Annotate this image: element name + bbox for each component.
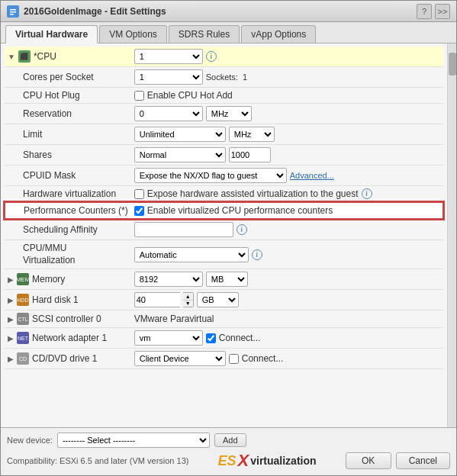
cdrom-label: ▶ CD CD/DVD drive 1 — [5, 349, 131, 369]
perf-counters-label: Performance Counters (*) — [5, 202, 131, 219]
limit-value: Unlimited 1000 MHz GHz — [131, 124, 443, 145]
svg-rect-2 — [10, 11, 16, 13]
tab-virtual-hardware[interactable]: Virtual Hardware — [5, 25, 98, 43]
add-device-button[interactable]: Add — [214, 433, 246, 447]
limit-label: Limit — [5, 124, 131, 145]
cpu-hot-plug-text: Enable CPU Hot Add — [147, 90, 233, 101]
scrollbar-track[interactable] — [447, 43, 456, 427]
cdrom-value: Client Device Datastore ISO File Connect… — [131, 349, 443, 369]
scsi-toggle-icon[interactable]: ▶ — [8, 315, 14, 323]
cpu-hot-plug-checkbox[interactable] — [134, 91, 144, 101]
cpu-hot-plug-value: Enable CPU Hot Add — [131, 88, 443, 104]
network-connect-label[interactable]: Connect... — [206, 333, 261, 343]
main-content: ▼ ⬛ *CPU 1 2 4 — [1, 43, 456, 475]
perf-counters-text: Enable virtualized CPU performance count… — [147, 205, 333, 216]
scheduling-affinity-input[interactable] — [134, 222, 233, 237]
scrollbar-thumb[interactable] — [449, 53, 456, 76]
hw-virt-text: Expose hardware assisted virtualization … — [147, 188, 359, 199]
network-connect-text: Connect... — [219, 333, 261, 343]
help-button[interactable]: ? — [417, 4, 432, 19]
hard-disk-text: Hard disk 1 — [32, 294, 79, 305]
perf-counters-checkbox-label[interactable]: Enable virtualized CPU performance count… — [134, 205, 439, 216]
cores-per-socket-label: Cores per Socket — [5, 67, 131, 88]
cpu-hot-plug-checkbox-label[interactable]: Enable CPU Hot Add — [134, 90, 440, 101]
cdrom-row: ▶ CD CD/DVD drive 1 Client Device Datast… — [5, 349, 443, 369]
cpu-section-header: ▼ ⬛ *CPU 1 2 4 — [5, 47, 443, 67]
cpu-mmu-virt-row: CPU/MMUVirtualization Automatic Hardware… — [5, 240, 443, 269]
memory-label: Memory — [32, 274, 65, 285]
tab-vapp-options[interactable]: vApp Options — [241, 25, 316, 43]
cpuid-mask-row: CPUID Mask Expose the NX/XD flag to gues… — [5, 166, 443, 186]
memory-unit-select[interactable]: MB GB — [206, 272, 248, 287]
tab-sdrs-rules[interactable]: SDRS Rules — [169, 25, 240, 43]
reservation-select[interactable]: 0 — [134, 106, 203, 121]
hard-disk-icon: HDD — [17, 294, 29, 306]
hard-disk-toggle-icon[interactable]: ▶ — [8, 296, 14, 304]
memory-toggle-icon[interactable]: ▶ — [8, 275, 14, 284]
scroll-area[interactable]: ▼ ⬛ *CPU 1 2 4 — [1, 43, 447, 427]
limit-row: Limit Unlimited 1000 MHz GHz — [5, 124, 443, 145]
network-toggle-icon[interactable]: ▶ — [8, 334, 14, 343]
cpuid-advanced-link[interactable]: Advanced... — [290, 171, 334, 180]
network-connect-checkbox[interactable] — [206, 333, 216, 343]
hard-disk-row: ▶ HDD Hard disk 1 ▲ ▼ — [5, 290, 443, 310]
network-select[interactable]: vm — [134, 330, 203, 346]
sockets-label: Sockets: 1 — [206, 72, 247, 82]
limit-select[interactable]: Unlimited 1000 — [134, 127, 226, 142]
cores-per-socket-row: Cores per Socket 1 2 Sockets: 1 — [5, 67, 443, 88]
cores-per-socket-value: 1 2 Sockets: 1 — [131, 67, 443, 88]
memory-select[interactable]: 8192 — [134, 272, 203, 287]
cdrom-connect-checkbox[interactable] — [229, 354, 239, 364]
ok-button[interactable]: OK — [346, 452, 391, 469]
scsi-controller-label: ▶ CTL SCSI controller 0 — [5, 310, 131, 328]
cdrom-connect-label[interactable]: Connect... — [229, 353, 284, 364]
reservation-value: 0 MHz GHz — [131, 104, 443, 124]
hard-disk-size-input[interactable] — [134, 292, 180, 307]
new-device-select[interactable]: -------- Select -------- — [57, 433, 210, 448]
network-adapter-label: ▶ NET Network adapter 1 — [5, 328, 131, 349]
title-bar-left: 2016GoldenImage - Edit Settings — [7, 5, 166, 18]
scheduling-affinity-info: i — [237, 224, 247, 235]
svg-rect-3 — [10, 14, 14, 15]
brand-es: ES — [218, 453, 237, 469]
hw-virt-checkbox[interactable] — [134, 189, 144, 199]
reservation-unit-select[interactable]: MHz GHz — [206, 106, 252, 121]
cancel-button[interactable]: Cancel — [396, 452, 450, 469]
limit-unit-select[interactable]: MHz GHz — [229, 127, 275, 142]
cdrom-toggle-icon[interactable]: ▶ — [8, 355, 14, 363]
memory-value: 8192 MB GB — [131, 269, 443, 290]
scroll-wrapper: ▼ ⬛ *CPU 1 2 4 — [1, 43, 456, 427]
cpu-header-label: ▼ ⬛ *CPU — [5, 47, 131, 67]
shares-value: Normal Low High Custom — [131, 145, 443, 166]
cpuid-mask-value: Expose the NX/XD flag to guest Advanced.… — [131, 166, 443, 186]
compatibility-text: Compatibility: ESXi 6.5 and later (VM ve… — [7, 456, 188, 465]
scheduling-affinity-value: i — [131, 219, 443, 240]
brand-logo: ES X virtualization — [218, 451, 317, 471]
shares-select[interactable]: Normal Low High Custom — [134, 147, 226, 162]
scheduling-affinity-row: Scheduling Affinity i — [5, 219, 443, 240]
hard-disk-size-down[interactable]: ▼ — [183, 301, 193, 307]
shares-row: Shares Normal Low High Custom — [5, 145, 443, 166]
cpu-info-icon: i — [206, 51, 217, 62]
hard-disk-unit-select[interactable]: GB MB TB — [197, 292, 239, 307]
scsi-value: VMware Paravirtual — [131, 310, 443, 328]
cpu-hot-plug-row: CPU Hot Plug Enable CPU Hot Add — [5, 88, 443, 104]
perf-counters-checkbox[interactable] — [134, 206, 144, 216]
memory-section-label: ▶ MEM Memory — [5, 269, 131, 290]
cdrom-label-text: CD/DVD drive 1 — [32, 353, 97, 364]
ok-cancel-row: OK Cancel — [346, 452, 450, 469]
network-label-text: Network adapter 1 — [32, 333, 107, 343]
shares-input[interactable] — [229, 147, 271, 162]
cpu-mmu-select[interactable]: Automatic Hardware CPU and MMU Software … — [134, 247, 249, 262]
hard-disk-size-up[interactable]: ▲ — [183, 293, 193, 301]
cpu-count-select[interactable]: 1 2 4 — [134, 49, 203, 64]
title-buttons: ? >> — [417, 4, 450, 19]
cpuid-mask-select[interactable]: Expose the NX/XD flag to guest — [134, 168, 287, 183]
cores-per-socket-select[interactable]: 1 2 — [134, 69, 203, 85]
expand-button[interactable]: >> — [435, 4, 450, 19]
cpu-toggle-icon[interactable]: ▼ — [8, 53, 15, 61]
tab-vm-options[interactable]: VM Options — [99, 25, 167, 43]
cdrom-select[interactable]: Client Device Datastore ISO File — [134, 351, 226, 366]
hw-virt-checkbox-label[interactable]: Expose hardware assisted virtualization … — [134, 188, 359, 199]
cpu-header-value: 1 2 4 i — [131, 47, 443, 67]
